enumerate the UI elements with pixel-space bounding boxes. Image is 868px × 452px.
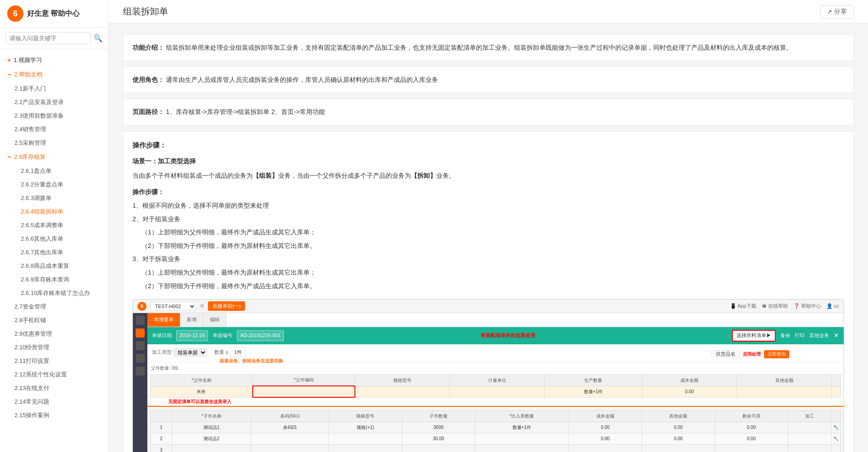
- ops-steps: 操作步骤： 1、根据不同的业务，选择不同单据的类型来处理 2、对于组装业务 （1…: [132, 186, 844, 292]
- app-org-select[interactable]: TEST-H002: [150, 302, 196, 311]
- app-logo: 6: [137, 302, 146, 311]
- app-form-area: 加工类型 组装单据 数量 ≥ 1件: [147, 344, 844, 363]
- sidebar-item-finance[interactable]: 2.7资金管理: [0, 300, 108, 314]
- sidebar-item-otherinstock[interactable]: 2.6.6其他入库单: [0, 232, 108, 246]
- sidebar-item-payment[interactable]: 2.13在线支付: [0, 381, 108, 395]
- sidebar-item-costadjust[interactable]: 2.6.5成本调整单: [0, 219, 108, 232]
- sidebar-item-ledgerquery[interactable]: 2.6.9库存账本查询: [0, 273, 108, 286]
- sidebar-item-costrecalc[interactable]: 2.6.8商品成本重算: [0, 259, 108, 273]
- app-topbar: 6 TEST-H002 ⚙ 新建单据(一) 📱 App下载 ☎ 在线帮助 ❓ 帮…: [133, 300, 844, 313]
- path-text: 页面路径： 1、库存核算->库存管理->组装拆卸单 2、首页->常用功能: [132, 106, 844, 118]
- role-label: 使用角色：: [132, 76, 164, 83]
- child-table: *子件名称 条码/SKU 规格型号 子件数量 *出入库数量 成本金额 其他金额 …: [150, 410, 841, 452]
- nav-dot-3: [136, 341, 145, 350]
- sidebar-item-stockcheck[interactable]: 2.6.1盘点单: [0, 164, 108, 178]
- role-text: 使用角色： 通常由生产人员或库管人员完成拆装业务的操作，库管人员确认原材料的出库…: [132, 74, 844, 86]
- app-sidenav: [133, 313, 147, 452]
- app-tabs: 本增量单 新增 编辑: [147, 313, 844, 327]
- intro-body: 组装拆卸单用来处理企业组装或拆卸等加工业务，支持有固定装配清单的产品加工业务，也…: [166, 44, 793, 51]
- share-label: 分享: [834, 8, 847, 16]
- sidebar-label-26: 2.6库存核算: [14, 153, 46, 161]
- search-input[interactable]: [5, 32, 91, 44]
- nav-section-1: + 1.视频学习: [0, 53, 108, 67]
- app-body: 本增量单 新增 编辑 单据日期 2019-12-26 单据编号 AD-20191…: [133, 313, 844, 452]
- path-label: 页面路径：: [132, 108, 164, 115]
- app-green-header: 单据日期 2019-12-26 单据编号 AD-20191226-001 有装配…: [147, 327, 844, 344]
- sidebar-item-assembly[interactable]: 2.6.4组装拆卸单: [0, 205, 108, 219]
- sidebar-item-video[interactable]: + 1.视频学习: [0, 53, 108, 67]
- scene1-title: 场景一：加工类型选择: [132, 156, 844, 167]
- role-body: 通常由生产人员或库管人员完成拆装业务的操作，库管人员确认原材料的出库和产成品的入…: [166, 76, 438, 83]
- sidebar-item-mobile[interactable]: 2.8手机旺铺: [0, 314, 108, 327]
- sidebar-item-partialcheck[interactable]: 2.6.2分量盘点单: [0, 178, 108, 191]
- search-bar: 🔍: [0, 28, 108, 49]
- scene1-desc: 当由多个子件材料组装成一个成品的业务为【组装】业务，当由一个父件拆分成多个子产品…: [132, 170, 844, 182]
- search-button[interactable]: 🔍: [94, 34, 103, 43]
- sidebar-item-dataprepare[interactable]: 2.3使用前数据准备: [0, 109, 108, 123]
- sidebar-item-newbie[interactable]: 2.1新手入门: [0, 82, 108, 95]
- site-title: 好生意 帮助中心: [27, 9, 80, 19]
- sidebar-item-helpdoc[interactable]: − 2.帮助文档: [0, 67, 108, 82]
- share-button[interactable]: ↗ 分享: [820, 5, 854, 19]
- path-body: 1、库存核算->库存管理->组装拆卸单 2、首页->常用功能: [166, 108, 325, 115]
- app-tab-add[interactable]: 本增量单: [147, 313, 180, 327]
- sidebar-item-operation[interactable]: 2.10经营管理: [0, 341, 108, 354]
- sidebar-item-personalize[interactable]: 2.12系统个性化设置: [0, 368, 108, 381]
- parent-table: *父件名称 *父件编码 规格型号 计量单位 生产数量 成本金额 其他金额: [150, 374, 841, 398]
- path-section: 页面路径： 1、库存核算->库存管理->组装拆卸单 2、首页->常用功能: [123, 99, 854, 125]
- expand-icon-1: +: [7, 57, 11, 64]
- app-icons-right: 📱 App下载 ☎ 在线帮助 ❓ 帮助中心 👤 cc: [730, 302, 839, 311]
- nav-tree: + 1.视频学习 − 2.帮助文档 2.1新手入门 2.2产品安装及登录 2.3…: [0, 49, 108, 452]
- sidebar-label-1: 1.视频学习: [14, 56, 42, 64]
- collapse-icon-2: −: [7, 71, 11, 79]
- share-icon: ↗: [827, 8, 832, 15]
- sidebar-item-otheroutstock[interactable]: 2.6.7其他出库单: [0, 246, 108, 259]
- role-section: 使用角色： 通常由生产人员或库管人员完成拆装业务的操作，库管人员确认原材料的出库…: [123, 67, 854, 93]
- intro-label: 功能介绍：: [132, 44, 164, 51]
- operations-section: 操作步骤： 场景一：加工类型选择 当由多个子件材料组装成一个成品的业务为【组装】…: [123, 131, 854, 452]
- annotation-nofixed: 无固定清单可以直接在这里录入: [150, 398, 841, 404]
- intro-text: 功能介绍： 组装拆卸单用来处理企业组装或拆卸等加工业务，支持有固定装配清单的产品…: [132, 42, 844, 53]
- annotation-enable: 供货品名 启用处理 立即查询: [712, 350, 789, 359]
- ops-title: 操作步骤：: [132, 139, 844, 151]
- sidebar-label-2: 2.帮助文档: [14, 71, 42, 79]
- sidebar-item-sales[interactable]: 2.4销售管理: [0, 123, 108, 136]
- sidebar-item-print[interactable]: 2.11打印设置: [0, 354, 108, 368]
- nav-dot-4: [136, 354, 145, 363]
- topbar: 组装拆卸单 ↗ 分享: [108, 0, 868, 24]
- app-tab-new[interactable]: 新增: [180, 313, 203, 327]
- screenshot-container: 6 TEST-H002 ⚙ 新建单据(一) 📱 App下载 ☎ 在线帮助 ❓ 帮…: [132, 299, 844, 452]
- app-tab-edit[interactable]: 编辑: [203, 313, 226, 327]
- collapse-icon-26: −: [7, 153, 11, 161]
- parent-table-area: 父件数量: 0组 *父件名称 *父件编码 规格型号 计量单位 生产: [147, 362, 844, 406]
- intro-section: 功能介绍： 组装拆卸单用来处理企业组装或拆卸等加工业务，支持有固定装配清单的产品…: [123, 34, 854, 61]
- annotation-switch: 组装业务、拆卸业务在这里切换: [220, 357, 283, 365]
- sidebar: 6 好生意 帮助中心 🔍 + 1.视频学习 − 2.帮助文档 2.1新手入门 2…: [0, 0, 108, 452]
- logo-icon: 6: [7, 5, 24, 22]
- nav-dot-2: [136, 328, 145, 338]
- child-table-area: *子件名称 条码/SKU 规格型号 子件数量 *出入库数量 成本金额 其他金额 …: [147, 406, 844, 452]
- app-new-btn[interactable]: 新建单据(一): [208, 301, 245, 311]
- sidebar-item-transfer[interactable]: 2.6.3调拨单: [0, 191, 108, 205]
- nav-dot-1: [136, 316, 145, 325]
- sidebar-item-inventory[interactable]: − 2.6库存核算: [0, 150, 108, 164]
- app-screenshot: 6 TEST-H002 ⚙ 新建单据(一) 📱 App下载 ☎ 在线帮助 ❓ 帮…: [133, 300, 844, 452]
- sidebar-item-purchase[interactable]: 2.5采购管理: [0, 136, 108, 150]
- sidebar-item-coupon[interactable]: 2.9优惠券管理: [0, 327, 108, 341]
- sidebar-item-faq[interactable]: 2.14常见问题: [0, 395, 108, 409]
- sidebar-header: 6 好生意 帮助中心: [0, 0, 108, 28]
- nav-dot-5: [136, 366, 145, 376]
- nav-section-2: − 2.帮助文档 2.1新手入门 2.2产品安装及登录 2.3使用前数据准备 2…: [0, 67, 108, 422]
- app-main-area: 本增量单 新增 编辑 单据日期 2019-12-26 单据编号 AD-20191…: [147, 313, 844, 452]
- sidebar-item-cases[interactable]: 2.15操作案例: [0, 409, 108, 422]
- main-content: 组装拆卸单 ↗ 分享 功能介绍： 组装拆卸单用来处理企业组装或拆卸等加工业务，支…: [108, 0, 868, 452]
- page-title: 组装拆卸单: [123, 5, 168, 18]
- sidebar-item-install[interactable]: 2.2产品安装及登录: [0, 95, 108, 109]
- app-process-type[interactable]: 组装单据: [174, 348, 207, 357]
- content-area: 功能介绍： 组装拆卸单用来处理企业组装或拆卸等加工业务，支持有固定装配清单的产品…: [108, 24, 868, 452]
- sidebar-item-ledgerfix[interactable]: 2.6.10库存账本错了怎么办: [0, 286, 108, 300]
